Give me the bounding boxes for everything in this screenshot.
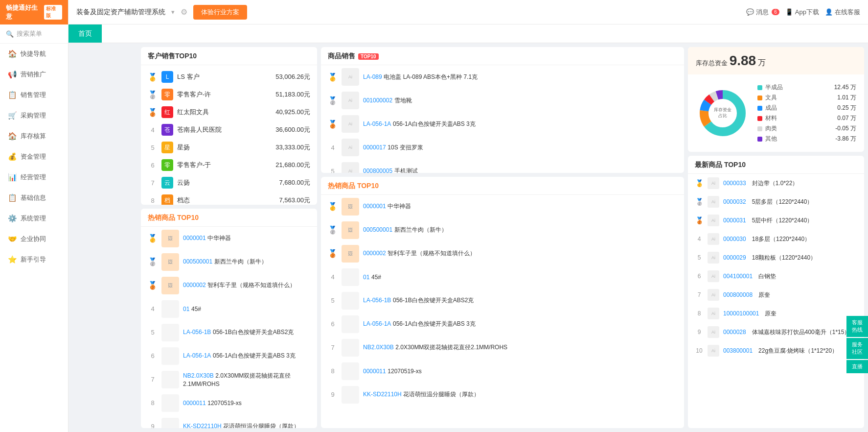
new-product-item: 8 Ai 10000100001 原奎 <box>688 304 864 323</box>
rank-item: 8 档 档态 7,563.00元 <box>141 192 317 205</box>
inventory-total: 库存总资金 9.88 万 <box>696 53 856 69</box>
sidebar-item-0[interactable]: 🏠快捷导航 <box>0 44 68 64</box>
dropdown-icon[interactable]: ▾ <box>171 8 175 16</box>
donut-chart: 库存资金 占比 <box>696 86 750 140</box>
hot-products-mid-header: 热销商品 TOP10 <box>321 177 684 195</box>
new-medal: 🥈 <box>695 198 704 206</box>
new-code: 0000028 <box>723 329 746 336</box>
hot-name: 056-1A白色按键开关盖ABS 3克 <box>213 352 296 359</box>
legend-name: 材料 <box>765 114 834 122</box>
hot-medal: 🥇 <box>148 234 158 243</box>
sidebar-item-6[interactable]: 📊经营管理 <box>0 167 68 188</box>
sidebar-item-5[interactable]: 💰资金管理 <box>0 146 68 167</box>
customer-top10-card: 客户销售TOP10 🥇 L LS 客户 53,006.26元🥈 零 零售客户-许… <box>141 47 317 205</box>
new-img: Ai <box>708 177 719 189</box>
sidebar-item-9[interactable]: 🤝企业协同 <box>0 229 68 249</box>
message-btn[interactable]: 💬 消息 6 <box>746 8 779 17</box>
legend-dot <box>757 116 762 121</box>
legend-val: 1.01 万 <box>837 94 856 102</box>
app-label: App下载 <box>795 8 819 17</box>
hot-mid-info: 0000011 12070519-xs <box>363 367 677 375</box>
hot-mid-name: 花语萌恒温分腿睡袋（厚款） <box>403 391 480 398</box>
ps-name: 电池盖 LA-089 ABS本色+黑种 7.1克 <box>384 73 478 80</box>
sidebar-item-4[interactable]: 🏠库存核算 <box>0 126 68 146</box>
hot-item: 4 01 45# <box>141 297 317 321</box>
product-sales-item: 4 Ai 0000017 10S 变扭罗浆 <box>321 136 684 159</box>
nav-label-10: 新手引导 <box>21 255 46 264</box>
sidebar-item-8[interactable]: ⚙️系统管理 <box>0 208 68 229</box>
hot-item: 9 KK-SD22110H 花语萌恒温分腿睡袋（厚款） <box>141 415 317 428</box>
hot-mid-rank-num: 8 <box>328 367 338 375</box>
legend-name: 文具 <box>765 94 834 102</box>
inventory-value: 9.88 <box>730 53 756 68</box>
hot-mid-rank-num: 5 <box>328 297 338 304</box>
new-code: 000800008 <box>723 291 753 298</box>
rank-item: 5 星 星扬 33,333.00元 <box>141 139 317 156</box>
hot-mid-info: 0000002 智利车子里（规格不知道填什么） <box>363 249 677 258</box>
page-tabs: 首页 <box>69 24 868 43</box>
hot-mid-item: 🥉 🖼 0000002 智利车子里（规格不知道填什么） <box>321 242 684 265</box>
trial-btn[interactable]: 体验行业方案 <box>193 5 247 20</box>
hot-code: 000500001 <box>183 258 212 265</box>
new-code: 004100001 <box>723 273 753 280</box>
ps-code: 001000002 <box>363 97 392 104</box>
new-medal: 🥇 <box>695 179 704 187</box>
sidebar-item-2[interactable]: 📋销售管理 <box>0 85 68 105</box>
rank-item: 🥈 零 零售客户-许 51,183.00元 <box>141 86 317 103</box>
rank-name: 档态 <box>177 196 275 205</box>
hot-mid-rank-num: 7 <box>328 344 338 351</box>
hot-mid-name: 新西兰牛肉（新牛） <box>394 226 447 233</box>
main-content: 客户销售TOP10 🥇 L LS 客户 53,006.26元🥈 零 零售客户-许… <box>137 43 868 432</box>
hot-img <box>161 394 179 412</box>
ps-info: LA-089 电池盖 LA-089 ABS本色+黑种 7.1克 <box>363 73 677 81</box>
sidebar-nav: 🏠快捷导航📢营销推广📋销售管理🛒采购管理🏠库存核算💰资金管理📊经营管理📋基础信息… <box>0 44 68 432</box>
rank-value: 53,006.26元 <box>275 72 310 81</box>
float-service-btn[interactable]: 客服 热线 <box>846 316 868 337</box>
hot-medal: 🥉 <box>148 281 158 290</box>
rank-item: 🥇 L LS 客户 53,006.26元 <box>141 68 317 86</box>
hot-mid-code: 01 <box>363 274 369 281</box>
nav-label-9: 企业协同 <box>21 235 46 243</box>
legend-val: 12.45 万 <box>834 83 856 92</box>
product-sales-header: 商品销售 TOP10 <box>321 47 684 65</box>
hot-mid-code: NB2.0X30B <box>363 344 394 351</box>
ps-medal: 🥇 <box>328 72 338 82</box>
hot-mid-img <box>342 268 359 286</box>
rank-value: 40,925.00元 <box>275 108 310 117</box>
sidebar-item-3[interactable]: 🛒采购管理 <box>0 105 68 126</box>
sidebar-item-10[interactable]: ⭐新手引导 <box>0 249 68 270</box>
ps-info: 001000002 雪地靴 <box>363 96 677 105</box>
hot-mid-img <box>342 386 359 404</box>
app-badge: 标准版 <box>44 5 62 20</box>
hot-info: LA-056-1B 056-1B白色按键开关盒ABS2克 <box>183 328 310 336</box>
settings-icon[interactable]: ⚙ <box>181 7 187 17</box>
col-mid: 商品销售 TOP10 🥇 Ai LA-089 电池盖 LA-089 ABS本色+… <box>321 47 684 428</box>
sidebar-item-1[interactable]: 📢营销推广 <box>0 64 68 85</box>
hot-products-title: 热销商品 TOP10 <box>148 214 199 222</box>
hot-mid-name: 056-1B白色按键开关盒ABS2克 <box>393 297 474 304</box>
new-medal: 🥉 <box>695 216 704 224</box>
new-name: 封边带（1.0*22） <box>752 179 857 188</box>
sidebar-search-area[interactable]: 🔍 搜索菜单 <box>0 24 68 44</box>
hot-img <box>161 418 179 428</box>
float-live-btn[interactable]: 直播 <box>846 360 868 373</box>
hot-mid-info: LA-056-1B 056-1B白色按键开关盒ABS2克 <box>363 296 677 305</box>
hot-name: 45# <box>191 306 201 312</box>
hot-code: 0000001 <box>183 235 206 241</box>
float-community-btn[interactable]: 服务 社区 <box>846 338 868 359</box>
new-name: 5层中纤（1220*2440） <box>752 216 857 225</box>
hot-mid-rank-num: 9 <box>328 391 338 398</box>
hot-products-header: 热销商品 TOP10 <box>141 209 317 227</box>
rank-num: 4 <box>148 126 158 134</box>
new-img: Ai <box>708 326 719 338</box>
tab-home[interactable]: 首页 <box>69 24 102 43</box>
hot-info: 000500001 新西兰牛肉（新牛） <box>183 258 310 266</box>
rank-avatar: 零 <box>161 89 173 100</box>
new-code: 0000030 <box>723 236 746 242</box>
online-service-btn[interactable]: 👤 在线客服 <box>825 8 860 17</box>
app-name: 畅捷通好生意 <box>6 3 42 21</box>
hot-name: 中华神器 <box>207 235 231 241</box>
app-download-btn[interactable]: 📱 App下载 <box>785 8 819 17</box>
rank-num: 5 <box>148 144 158 151</box>
sidebar-item-7[interactable]: 📋基础信息 <box>0 188 68 208</box>
